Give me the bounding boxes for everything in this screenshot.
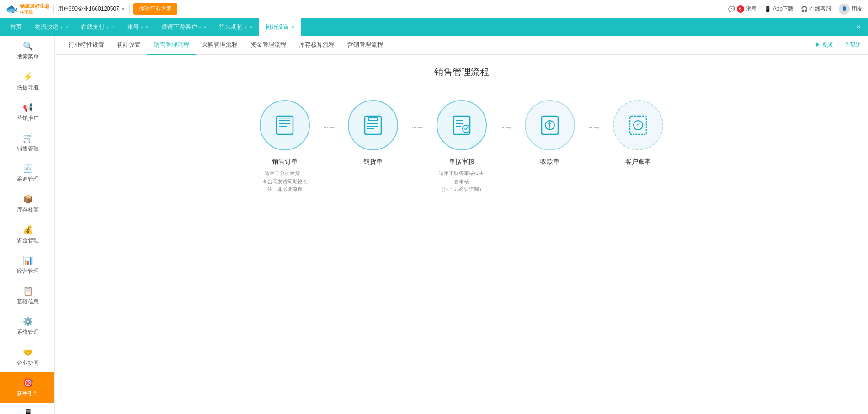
sidebar-item-collab[interactable]: 🤝 企业协同 xyxy=(0,342,54,372)
subtab-purchase-flow[interactable]: 采购管理流程 xyxy=(196,36,244,55)
receipt-icon: 🧾 xyxy=(23,164,33,174)
subtab-initial[interactable]: 初始设置 xyxy=(111,36,147,55)
avatar: 👤 xyxy=(839,4,850,15)
sidebar-item-label: 快捷导航 xyxy=(17,84,39,91)
subtab-purchase-flow-label: 采购管理流程 xyxy=(202,41,238,49)
sidebar-item-label: 新手引导 xyxy=(17,390,39,398)
subtab-sales-flow-label: 销售管理流程 xyxy=(154,41,189,49)
sidebar-item-operation[interactable]: 📊 经营管理 xyxy=(0,250,54,281)
flow-arrow-4: ···→ xyxy=(586,123,602,133)
svg-rect-4 xyxy=(279,118,291,119)
sidebar-item-basic-info[interactable]: 📋 基础信息 xyxy=(0,281,54,311)
flow-step-delivery[interactable]: 销货单 xyxy=(336,100,410,170)
sidebar-item-marketing[interactable]: 📢 营销推广 xyxy=(0,97,54,127)
flow-step-ledger[interactable]: ¥ 客户账本 xyxy=(602,100,675,170)
close-icon[interactable]: × xyxy=(204,25,207,30)
svg-text:¥: ¥ xyxy=(548,122,551,128)
online-service-label: 在线客服 xyxy=(809,5,831,13)
nav-tab-logistics[interactable]: 物流快递 ▾ × xyxy=(28,18,75,36)
flow-step-sales-order[interactable]: 销售订单 适用于分批发货、有合同发货周期较长（注：非必要流程） xyxy=(248,100,321,194)
sidebar-item-label: 企业协同 xyxy=(17,359,39,367)
nav-tab-init-settings-label: 初始设置 xyxy=(265,23,289,31)
sidebar-item-purchase[interactable]: 🧾 采购管理 xyxy=(0,158,54,189)
messages-button[interactable]: 💬 6 消息 xyxy=(728,5,757,13)
nav-tab-invite[interactable]: 邀请下游客户 ▾ × xyxy=(155,18,213,36)
subtab-marketing-flow[interactable]: 营销管理流程 xyxy=(341,36,389,55)
help-link[interactable]: ? 帮助 xyxy=(845,41,861,49)
trial-button[interactable]: 体验行业方案 xyxy=(133,3,177,15)
flow-title: 销售管理流程 xyxy=(434,66,489,78)
subtab-inventory-flow[interactable]: 库存核算流程 xyxy=(293,36,341,55)
sidebar-item-label: 销售管理 xyxy=(17,145,39,153)
subtab-industry-label: 行业特性设置 xyxy=(69,41,104,49)
close-icon[interactable]: × xyxy=(146,25,149,30)
close-icon[interactable]: × xyxy=(250,25,252,30)
sidebar-item-label: 采购管理 xyxy=(17,175,39,183)
sidebar-item-search[interactable]: 🔍 搜索菜单 xyxy=(0,36,54,66)
headset-icon: 🎧 xyxy=(801,6,808,12)
sidebar-item-label: 库存核算 xyxy=(17,206,39,214)
subtab-sales-flow[interactable]: 销售管理流程 xyxy=(147,36,196,55)
chevron-down-icon: ▼ xyxy=(121,6,126,11)
close-icon[interactable]: × xyxy=(292,25,294,30)
megaphone-icon: 📢 xyxy=(23,102,33,112)
flow-circle-delivery xyxy=(348,100,398,150)
close-all-tabs-button[interactable]: × xyxy=(853,23,864,31)
lightning-icon: ⚡ xyxy=(23,72,33,82)
nav-tab-home[interactable]: 首页 xyxy=(4,18,28,36)
flow-arrow-1: ···→ xyxy=(321,123,336,133)
sidebar-item-inventory[interactable]: 📦 库存核算 xyxy=(0,189,54,219)
user-label: 用户690企业1660120507 xyxy=(58,5,119,13)
nav-tab-account-label: 账号 xyxy=(127,23,139,31)
nav-tab-initial[interactable]: 往来期初 ▾ × xyxy=(213,18,259,36)
flow-step-receipt[interactable]: ¥ 收款单 xyxy=(513,100,586,170)
sidebar-item-new-guide[interactable]: 🎯 新手引导 xyxy=(0,372,54,403)
flow-circle-sales-order xyxy=(260,100,310,150)
sidebar-item-label: 经营管理 xyxy=(17,267,39,275)
flow-step-review[interactable]: 单据审核 适用于财务审核或主管审核（注：非必要流程） xyxy=(425,100,498,194)
handshake-icon: 🤝 xyxy=(23,347,33,357)
nav-tab-logistics-label: 物流快递 xyxy=(35,23,59,31)
sidebar-item-system[interactable]: ⚙️ 系统管理 xyxy=(0,311,54,342)
subtab-initial-label: 初始设置 xyxy=(117,41,141,49)
sidebar-item-sales[interactable]: 🛒 销售管理 xyxy=(0,127,54,158)
cart-icon: 🛒 xyxy=(23,133,33,143)
user-selector[interactable]: 用户690企业1660120507 ▼ xyxy=(53,4,130,14)
app-download-label: App下载 xyxy=(773,5,793,13)
nav-tab-initial-label: 往来期初 xyxy=(219,23,243,31)
nav-tab-account[interactable]: 账号 ▾ × xyxy=(121,18,155,36)
sidebar-item-label: 系统管理 xyxy=(17,329,39,336)
nav-tab-home-label: 首页 xyxy=(10,23,22,31)
logo-name: 畅康道好生意 xyxy=(20,3,50,9)
svg-rect-5 xyxy=(365,116,381,134)
subtab-finance-flow[interactable]: 资金管理流程 xyxy=(244,36,293,55)
subtab-industry[interactable]: 行业特性设置 xyxy=(62,36,111,55)
separator: | xyxy=(838,42,840,48)
nav-tab-payment[interactable]: 在线支付 ▾ × xyxy=(75,18,121,36)
close-icon[interactable]: × xyxy=(65,25,68,30)
sidebar-item-quick-nav[interactable]: ⚡ 快捷导航 xyxy=(0,66,54,97)
mobile-icon: 📱 xyxy=(23,409,33,414)
search-icon: 🔍 xyxy=(23,41,33,51)
phone-icon: 📱 xyxy=(764,6,771,12)
step-name-sales-order: 销售订单 xyxy=(272,158,298,166)
flow-arrow-2: ···→ xyxy=(410,123,425,133)
logo-sub: 标准版 xyxy=(20,9,50,15)
step-name-review: 单据审核 xyxy=(449,158,474,166)
help-links: ▶ 视频 | ? 帮助 xyxy=(815,41,861,49)
clipboard-icon: 📋 xyxy=(23,286,33,296)
sidebar-item-finance[interactable]: 💰 资金管理 xyxy=(0,219,54,250)
online-service-button[interactable]: 🎧 在线客服 xyxy=(801,5,831,13)
user-avatar-button[interactable]: 👤 用友 xyxy=(839,4,863,15)
sidebar: 🔍 搜索菜单 ⚡ 快捷导航 📢 营销推广 🛒 销售管理 🧾 采购管理 📦 xyxy=(0,36,55,414)
help-label: 帮助 xyxy=(850,42,861,48)
flow-steps: 销售订单 适用于分批发货、有合同发货周期较长（注：非必要流程） ···→ xyxy=(73,100,850,194)
sidebar-item-app-center[interactable]: 📱 应用中心 xyxy=(0,403,54,414)
app-download-button[interactable]: 📱 App下载 xyxy=(764,5,793,13)
nav-tab-init-settings[interactable]: 初始设置 × xyxy=(259,18,301,36)
video-link[interactable]: ▶ 视频 xyxy=(815,41,833,49)
flow-circle-review xyxy=(437,100,487,150)
content-area: 行业特性设置 初始设置 销售管理流程 采购管理流程 资金管理流程 库存核算流程 xyxy=(55,36,868,414)
close-icon[interactable]: × xyxy=(112,25,114,30)
step-desc-sales-order: 适用于分批发货、有合同发货周期较长（注：非必要流程） xyxy=(262,170,308,194)
